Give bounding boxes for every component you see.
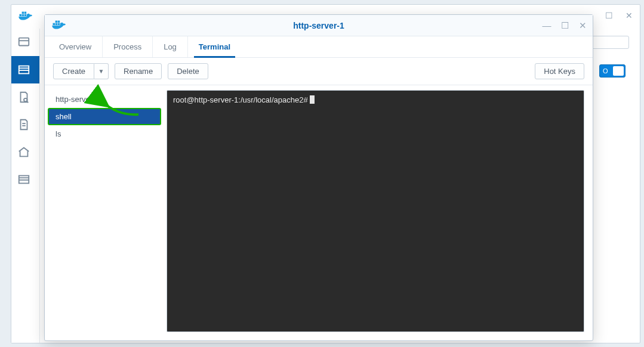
session-item-http-server-1[interactable]: http-server-1 [48, 91, 161, 107]
tab-bar: Overview Process Log Terminal [45, 36, 593, 58]
create-dropdown-button[interactable]: ▼ [94, 63, 109, 79]
terminal-session-list: http-server-1 shell ls [45, 85, 164, 340]
tab-overview[interactable]: Overview [48, 36, 103, 57]
hotkeys-button[interactable]: Hot Keys [535, 63, 584, 79]
sidebar-item-overview[interactable]: C [11, 29, 39, 56]
docker-whale-icon [51, 18, 67, 33]
session-item-shell[interactable]: shell [48, 109, 161, 125]
background-search-input[interactable] [587, 36, 629, 49]
delete-button[interactable]: Delete [168, 63, 208, 79]
container-detail-window: http-server-1 — ☐ ✕ Overview Process Log… [44, 14, 593, 341]
svg-rect-18 [53, 23, 56, 25]
background-toggle[interactable]: O [599, 64, 625, 78]
terminal-cursor [310, 95, 315, 104]
svg-rect-3 [22, 12, 24, 14]
terminal-prompt: root@http-server-1:/usr/local/apache2# [173, 95, 308, 104]
bg-close-icon[interactable]: ✕ [622, 10, 636, 21]
terminal-toolbar: Create ▼ Rename Delete Hot Keys [45, 58, 593, 85]
sidebar-item-network[interactable]: N [11, 138, 39, 166]
bg-maximize-icon[interactable]: ☐ [602, 10, 616, 21]
tab-log[interactable]: Log [153, 36, 188, 57]
sidebar-item-registry[interactable]: F [11, 83, 39, 111]
terminal-output[interactable]: root@http-server-1:/usr/local/apache2# [167, 90, 584, 332]
svg-rect-2 [24, 14, 27, 17]
rename-button[interactable]: Rename [115, 63, 162, 79]
sidebar-item-container[interactable]: C [11, 56, 39, 83]
svg-rect-6 [19, 38, 29, 46]
session-item-ls[interactable]: ls [48, 126, 161, 142]
modal-title: http-server-1 [45, 21, 593, 30]
create-split-button: Create ▼ [53, 63, 109, 79]
svg-rect-1 [22, 14, 24, 17]
toggle-knob [613, 66, 624, 76]
sidebar-item-image[interactable]: I [11, 111, 39, 138]
svg-rect-22 [58, 20, 60, 23]
create-button[interactable]: Create [53, 63, 94, 79]
close-icon[interactable]: ✕ [577, 20, 588, 32]
svg-rect-21 [56, 20, 58, 23]
svg-rect-0 [20, 14, 22, 17]
sidebar-item-log[interactable]: L [11, 166, 39, 193]
svg-rect-20 [58, 23, 60, 25]
background-sidebar: C C F I N L [11, 29, 40, 343]
minimize-icon[interactable]: — [541, 20, 552, 32]
svg-rect-19 [56, 23, 58, 25]
tab-process[interactable]: Process [103, 36, 153, 57]
toggle-label: O [603, 67, 608, 75]
tab-terminal[interactable]: Terminal [188, 36, 241, 57]
docker-whale-icon [17, 9, 34, 24]
maximize-icon[interactable]: ☐ [559, 20, 570, 32]
svg-rect-4 [24, 12, 27, 14]
modal-titlebar[interactable]: http-server-1 — ☐ ✕ [45, 15, 593, 36]
